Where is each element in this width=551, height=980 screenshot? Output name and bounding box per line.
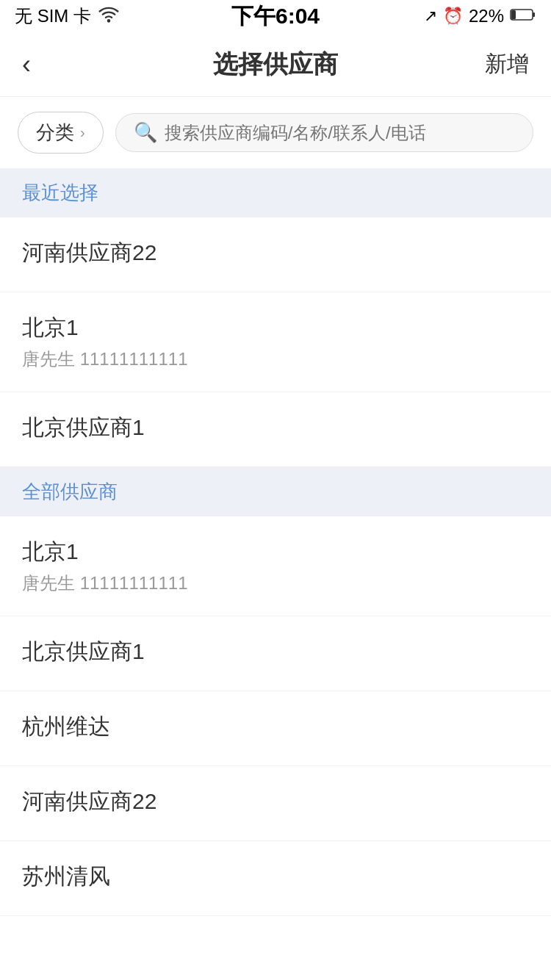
item-name: 苏州清风 [22, 862, 529, 892]
list-item[interactable]: 河南供应商22 [0, 217, 551, 292]
svg-point-0 [108, 20, 109, 21]
svg-rect-2 [511, 10, 516, 19]
list-item[interactable]: 河南供应商22 [0, 766, 551, 841]
back-button[interactable]: ‹ [22, 49, 66, 80]
carrier-text: 无 SIM 卡 [15, 4, 91, 28]
list-item[interactable]: 北京1唐先生 11111111111 [0, 516, 551, 616]
all-list: 北京1唐先生 11111111111北京供应商1杭州维达河南供应商22苏州清风 [0, 516, 551, 916]
list-item[interactable]: 北京供应商1 [0, 392, 551, 467]
svg-rect-3 [533, 12, 535, 17]
add-button[interactable]: 新增 [485, 49, 529, 79]
location-icon: ↗ [424, 7, 437, 26]
list-item[interactable]: 苏州清风 [0, 841, 551, 916]
item-name: 北京供应商1 [22, 413, 529, 443]
list-item[interactable]: 北京供应商1 [0, 616, 551, 691]
item-name: 河南供应商22 [22, 787, 529, 817]
battery-text: 22% [469, 6, 504, 26]
recent-list: 河南供应商22北京1唐先生 11111111111北京供应商1 [0, 217, 551, 467]
recent-section-label: 最近选择 [22, 181, 98, 203]
battery-icon [510, 6, 536, 26]
list-item[interactable]: 北京1唐先生 11111111111 [0, 292, 551, 392]
item-name: 杭州维达 [22, 712, 529, 742]
item-contact: 唐先生 11111111111 [22, 347, 529, 371]
item-name: 北京1 [22, 313, 529, 343]
item-contact: 唐先生 11111111111 [22, 572, 529, 595]
status-icons: ↗ ⏰ 22% [424, 6, 536, 26]
search-box: 🔍 [115, 113, 533, 152]
status-time: 下午6:04 [231, 1, 320, 32]
page-title: 选择供应商 [213, 48, 338, 82]
wifi-icon [98, 4, 119, 29]
nav-bar: ‹ 选择供应商 新增 [0, 32, 551, 97]
category-button[interactable]: 分类 › [18, 112, 104, 154]
search-icon: 🔍 [134, 121, 157, 144]
status-carrier: 无 SIM 卡 [15, 4, 119, 29]
search-input[interactable] [165, 123, 515, 143]
filter-bar: 分类 › 🔍 [0, 97, 551, 168]
list-item[interactable]: 杭州维达 [0, 691, 551, 766]
status-bar: 无 SIM 卡 下午6:04 ↗ ⏰ 22% [0, 0, 551, 32]
item-name: 北京供应商1 [22, 637, 529, 667]
all-section-header: 全部供应商 [0, 467, 551, 516]
alarm-icon: ⏰ [443, 7, 463, 26]
item-name: 河南供应商22 [22, 238, 529, 268]
chevron-right-icon: › [80, 124, 85, 141]
item-name: 北京1 [22, 537, 529, 567]
category-label: 分类 [36, 120, 74, 145]
all-section-label: 全部供应商 [22, 480, 118, 502]
recent-section-header: 最近选择 [0, 168, 551, 217]
